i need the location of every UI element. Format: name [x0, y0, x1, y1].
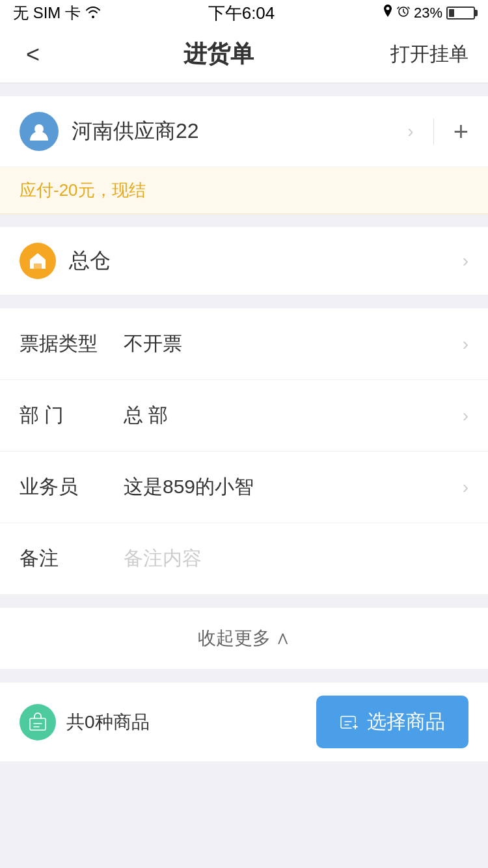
collapse-label: 收起更多 ∧: [198, 628, 291, 648]
warehouse-chevron-icon: ›: [463, 251, 468, 271]
notice-text: 应付-20元，现结: [20, 180, 146, 200]
supplier-chevron-icon: ›: [407, 121, 413, 142]
product-icon: [20, 704, 56, 740]
salesperson-value: 这是859的小智: [124, 474, 463, 500]
carrier-label: 无 SIM 卡: [13, 3, 81, 23]
salesperson-label: 业务员: [20, 474, 124, 500]
supplier-section: 河南供应商22 › + 应付-20元，现结: [0, 96, 488, 214]
section-gap-1: [0, 83, 488, 96]
wifi-icon: [86, 4, 100, 22]
supplier-add-button[interactable]: +: [454, 117, 468, 146]
warehouse-row[interactable]: 总仓 ›: [0, 227, 488, 295]
form-section: 票据类型 不开票 › 部 门 总 部 › 业务员 这是859的小智 › 备注 备…: [0, 308, 488, 594]
salesperson-row[interactable]: 业务员 这是859的小智 ›: [0, 452, 488, 523]
svg-rect-4: [30, 718, 46, 730]
battery-icon: [446, 7, 475, 20]
supplier-avatar: [20, 112, 59, 151]
supplier-name: 河南供应商22: [72, 117, 407, 146]
invoice-type-value: 不开票: [124, 331, 463, 357]
nav-bar: < 进货单 打开挂单: [0, 26, 488, 83]
department-value: 总 部: [124, 402, 463, 429]
department-chevron-icon: ›: [463, 405, 468, 426]
select-product-button[interactable]: 选择商品: [316, 696, 468, 748]
department-row[interactable]: 部 门 总 部 ›: [0, 380, 488, 452]
warehouse-name: 总仓: [69, 247, 463, 275]
supplier-row[interactable]: 河南供应商22 › +: [0, 96, 488, 167]
invoice-type-label: 票据类型: [20, 331, 124, 357]
remark-input[interactable]: 备注内容: [124, 545, 468, 572]
invoice-type-row[interactable]: 票据类型 不开票 ›: [0, 308, 488, 380]
location-icon: [383, 5, 393, 21]
supplier-divider: [433, 118, 434, 144]
salesperson-chevron-icon: ›: [463, 477, 468, 498]
product-count-area: 共0种商品: [20, 704, 150, 740]
warehouse-icon: [20, 243, 56, 279]
open-pending-button[interactable]: 打开挂单: [390, 41, 468, 68]
status-time: 下午6:04: [208, 2, 275, 25]
remark-row[interactable]: 备注 备注内容: [0, 523, 488, 594]
notice-banner: 应付-20元，现结: [0, 167, 488, 214]
product-count-text: 共0种商品: [66, 710, 150, 735]
invoice-type-chevron-icon: ›: [463, 334, 468, 355]
select-product-label: 选择商品: [367, 709, 445, 735]
bottom-bar: 共0种商品 选择商品: [0, 683, 488, 761]
svg-rect-3: [34, 264, 42, 269]
battery-pct: 23%: [414, 5, 442, 21]
page-title: 进货单: [183, 38, 254, 70]
warehouse-section: 总仓 ›: [0, 227, 488, 295]
remark-label: 备注: [20, 545, 124, 572]
status-bar: 无 SIM 卡 下午6:04: [0, 0, 488, 26]
status-right: 23%: [383, 5, 475, 21]
collapse-row[interactable]: 收起更多 ∧: [0, 607, 488, 670]
back-button[interactable]: <: [20, 34, 46, 75]
alarm-icon: [397, 5, 410, 21]
status-left: 无 SIM 卡: [13, 3, 100, 23]
department-label: 部 门: [20, 402, 124, 429]
